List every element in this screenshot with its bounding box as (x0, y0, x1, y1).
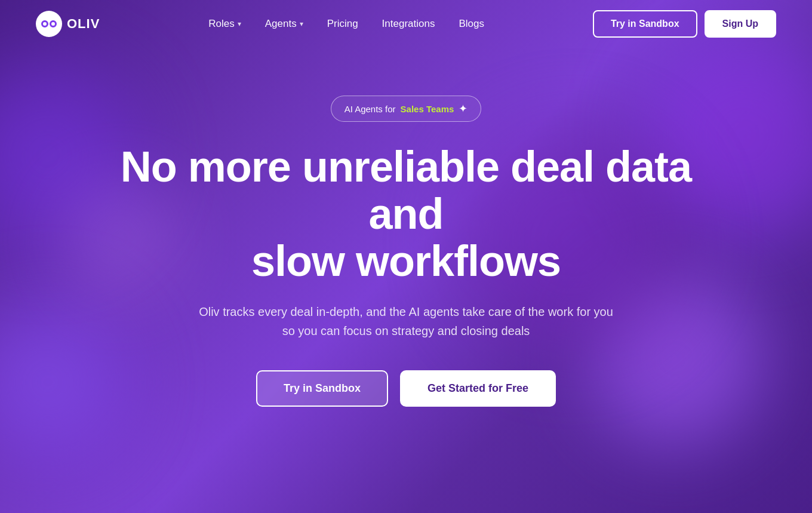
nav-label-blogs: Blogs (459, 18, 484, 30)
hero-buttons: Try in Sandbox Get Started for Free (256, 370, 556, 407)
sparkle-icon: ✦ (459, 102, 467, 115)
nav-item-integrations[interactable]: Integrations (382, 18, 435, 30)
headline-line2: slow workflows (251, 237, 561, 285)
nav-item-blogs[interactable]: Blogs (459, 18, 484, 30)
hero-background: OLIV Roles ▾ Agents ▾ Pricing (0, 0, 812, 513)
nav-label-roles: Roles (208, 18, 234, 30)
logo-text: OLIV (67, 16, 100, 32)
subtext-line1: Oliv tracks every deal in-depth, and the… (199, 305, 613, 318)
hero-sandbox-button[interactable]: Try in Sandbox (256, 370, 388, 407)
nav-label-pricing: Pricing (327, 18, 358, 30)
hero-badge: AI Agents for Sales Teams ✦ (331, 96, 482, 122)
hero-section: AI Agents for Sales Teams ✦ No more unre… (0, 48, 812, 407)
headline-line1: No more unreliable deal data and (121, 143, 691, 238)
nav-label-agents: Agents (265, 18, 297, 30)
hero-subtext: Oliv tracks every deal in-depth, and the… (199, 302, 613, 340)
nav-actions: Try in Sandbox Sign Up (593, 10, 776, 38)
hero-headline: No more unreliable deal data and slow wo… (78, 143, 734, 285)
chevron-down-icon: ▾ (238, 20, 241, 28)
nav-item-roles[interactable]: Roles ▾ (208, 18, 241, 30)
badge-highlight-text: Sales Teams (401, 104, 454, 114)
navbar: OLIV Roles ▾ Agents ▾ Pricing (0, 0, 812, 48)
hero-getstarted-button[interactable]: Get Started for Free (400, 370, 556, 407)
logo[interactable]: OLIV (36, 11, 100, 37)
nav-signup-button[interactable]: Sign Up (705, 10, 776, 38)
nav-sandbox-button[interactable]: Try in Sandbox (593, 10, 697, 38)
logo-icon (36, 11, 62, 37)
nav-item-pricing[interactable]: Pricing (327, 18, 358, 30)
svg-point-3 (51, 22, 55, 26)
chevron-down-icon: ▾ (300, 20, 303, 28)
badge-text-static: AI Agents for (345, 104, 396, 114)
nav-label-integrations: Integrations (382, 18, 435, 30)
nav-item-agents[interactable]: Agents ▾ (265, 18, 303, 30)
subtext-line2: so you can focus on strategy and closing… (282, 324, 530, 337)
nav-links: Roles ▾ Agents ▾ Pricing Integrations (208, 18, 484, 30)
svg-point-2 (43, 22, 47, 26)
